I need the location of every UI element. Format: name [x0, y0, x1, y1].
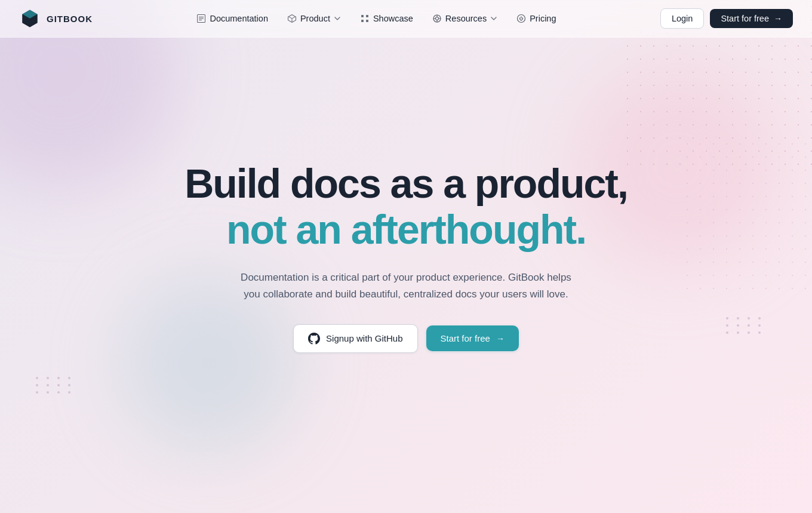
resources-icon	[432, 14, 442, 23]
hero-headline-line1: Build docs as a product,	[184, 161, 628, 206]
nav-label-resources: Resources	[445, 14, 487, 23]
product-icon	[287, 14, 297, 23]
dot-decoration-right	[726, 317, 764, 334]
nav-item-resources[interactable]: Resources	[424, 9, 506, 28]
nav-actions: Login Start for free →	[660, 8, 793, 29]
nav-label-documentation: Documentation	[210, 14, 268, 23]
nav-item-product[interactable]: Product	[279, 9, 349, 28]
nav-item-documentation[interactable]: Documentation	[188, 9, 276, 28]
logo[interactable]: GITBOOK	[19, 8, 93, 29]
navbar: GITBOOK Documentation Product	[0, 0, 812, 38]
start-free-label-nav: Start for free	[721, 14, 769, 23]
login-button[interactable]: Login	[660, 8, 704, 29]
hero-headline: Build docs as a product, not an aftertho…	[184, 162, 628, 253]
dot-decoration-left	[36, 377, 74, 394]
arrow-right-icon: →	[774, 14, 782, 23]
nav-label-pricing: Pricing	[530, 14, 556, 23]
chevron-down-icon-2	[490, 15, 497, 22]
hero-cta-group: Signup with GitHub Start for free →	[184, 324, 628, 353]
showcase-icon	[360, 14, 370, 23]
signup-github-button[interactable]: Signup with GitHub	[293, 324, 417, 353]
hero-content: Build docs as a product, not an aftertho…	[184, 162, 628, 353]
hero-section: Build docs as a product, not an aftertho…	[0, 0, 812, 513]
svg-point-1	[435, 17, 438, 20]
book-icon	[196, 14, 206, 23]
nav-label-showcase: Showcase	[373, 14, 413, 23]
hero-subtext: Documentation is a critical part of your…	[239, 269, 573, 303]
nav-links: Documentation Product Showcase	[93, 9, 660, 28]
github-icon	[308, 333, 320, 345]
pricing-icon	[516, 14, 526, 23]
github-button-label: Signup with GitHub	[326, 333, 402, 343]
nav-item-showcase[interactable]: Showcase	[352, 9, 422, 28]
svg-point-2	[518, 15, 525, 23]
start-free-button-nav[interactable]: Start for free →	[710, 9, 793, 28]
logo-text: GITBOOK	[47, 14, 93, 24]
arrow-right-icon-hero: →	[496, 334, 505, 343]
hero-headline-line2: not an afterthought.	[184, 206, 628, 253]
start-free-button-hero[interactable]: Start for free →	[426, 325, 519, 351]
chevron-down-icon	[334, 15, 341, 22]
nav-item-pricing[interactable]: Pricing	[508, 9, 564, 28]
start-free-label-hero: Start for free	[441, 333, 490, 343]
logo-icon	[19, 8, 41, 29]
nav-label-product: Product	[300, 14, 330, 23]
